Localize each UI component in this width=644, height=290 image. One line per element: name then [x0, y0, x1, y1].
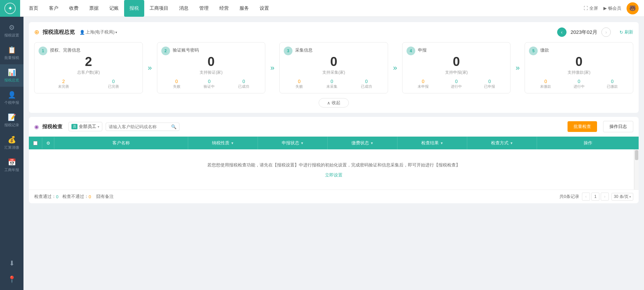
flow-steps: 1 授权、完善信息 2 总客户数(家) 2 未完善 0 已完善 [34, 42, 633, 93]
step-5-title: 缴款 [540, 47, 629, 53]
filter-icon-result: ▼ [440, 141, 443, 145]
nav-item-client[interactable]: 客户 [44, 0, 64, 17]
stat-1-0[interactable]: 2 未完善 [58, 79, 69, 89]
nav-item-operation[interactable]: 经营 [214, 0, 234, 17]
step-num-5: 5 [529, 47, 538, 55]
stat-2-1[interactable]: 0 验证中 [204, 79, 215, 89]
step-3-subtitle: 支持采集(家) [284, 70, 384, 75]
th-tax-nature[interactable]: 纳税性质 ▼ [188, 137, 258, 149]
empty-message: 若您想使用报税检查功能，请先在【报税设置】中进行报税的初始化设置，完成密码验证和… [207, 161, 460, 169]
th-checkbox[interactable] [29, 138, 42, 149]
employee-icon: 员 [71, 124, 77, 129]
th-declaration-status[interactable]: 申报状态 ▼ [258, 137, 328, 149]
step-num-1: 1 [39, 47, 47, 55]
nav-item-management[interactable]: 管理 [194, 0, 214, 17]
sidebar-item-batch-tax[interactable]: 📋 批量报税 [0, 42, 23, 64]
stat-3-1[interactable]: 0 未采集 [326, 79, 337, 89]
stat-5-1[interactable]: 0 进行中 [574, 79, 585, 89]
th-check-result[interactable]: 检查结果 ▼ [397, 137, 467, 149]
nav-item-home[interactable]: 首页 [23, 0, 44, 17]
nav-item-business[interactable]: 工商项目 [144, 0, 174, 17]
nav-item-accounting[interactable]: 记账 [104, 0, 124, 17]
step-1-number: 2 [39, 55, 139, 69]
sidebar-item-settlement[interactable]: 💰 汇算清缴 [0, 132, 23, 154]
sidebar-item-tax-settings[interactable]: ⚙ 报税设置 [0, 19, 23, 42]
table-header: ⚙ 客户名称 纳税性质 ▼ 申报状态 ▼ 缴费状态 ▼ 检查结果 ▼ [29, 137, 639, 149]
nav-item-message[interactable]: 消息 [174, 0, 194, 17]
records-icon: 📝 [8, 113, 16, 121]
next-month-btn[interactable]: › [601, 27, 611, 37]
person-icon: 👤 [79, 30, 85, 35]
stat-3-0[interactable]: 0 失败 [296, 79, 303, 89]
pass-count[interactable]: 0 [56, 194, 58, 199]
sidebar-download-btn[interactable]: ⬇ [0, 255, 23, 271]
step-3-number: 0 [284, 55, 384, 69]
total-records: 共0条记录 [559, 194, 579, 200]
th-client-name: 客户名称 [54, 137, 188, 149]
step-1-subtitle: 总客户数(家) [39, 70, 139, 75]
next-page-btn[interactable]: › [601, 193, 609, 201]
step-4-stats: 0 未申报 0 进行中 0 已申报 [407, 79, 506, 89]
gear-icon: ⚙ [46, 141, 50, 146]
nav-item-fee[interactable]: 收费 [64, 0, 84, 17]
sidebar-item-annual[interactable]: 📅 工商年报 [0, 154, 23, 176]
th-gear[interactable]: ⚙ [42, 137, 54, 149]
logo: ✦ [0, 0, 20, 17]
stat-4-0[interactable]: 0 未申报 [418, 79, 429, 89]
sidebar-item-records[interactable]: 📝 报税记录 [0, 109, 23, 132]
content-area: ⊕ 报税流程总览 👤 上海(电子税局) ▾ ‹ 2023年02月 › ↻ 刷新 [23, 17, 644, 290]
nav-item-settings[interactable]: 设置 [254, 0, 274, 17]
collapse-btn[interactable]: ∧ 收起 [319, 98, 349, 107]
fullscreen-btn[interactable]: ⛶ 全屏 [584, 5, 598, 11]
scrollbar[interactable] [634, 149, 639, 190]
stat-5-0[interactable]: 0 未缴款 [540, 79, 551, 89]
membership-btn[interactable]: ▶ 畅会员 [603, 5, 621, 11]
th-payment-status[interactable]: 缴费状态 ▼ [328, 137, 397, 149]
step-2-title: 验证账号密码 [173, 47, 261, 53]
top-nav: ✦ 首页 客户 收费 票据 记账 报税 工商项目 消息 管理 经营 服务 设置 … [0, 0, 644, 17]
collapse-icon: ∧ [327, 100, 330, 105]
sidebar-label-tax-overview: 报税总览 [4, 78, 19, 83]
search-input[interactable] [109, 124, 169, 129]
sidebar-item-personal[interactable]: 👤 个税申报 [0, 87, 23, 109]
check-header: ◉ 报税检查 员 全部员工 ▾ 🔍 批量检查 操作日志 [29, 117, 639, 137]
fail-count[interactable]: 0 [89, 194, 91, 199]
search-icon[interactable]: 🔍 [171, 124, 176, 129]
batch-check-btn[interactable]: 批量检查 [568, 121, 597, 132]
th-check-method[interactable]: 检查方式 ▼ [467, 137, 537, 149]
operation-log-btn[interactable]: 操作日志 [603, 121, 633, 132]
nav-item-invoice[interactable]: 票据 [84, 0, 104, 17]
flow-overview-card: ⊕ 报税流程总览 👤 上海(电子税局) ▾ ‹ 2023年02月 › ↻ 刷新 [29, 22, 639, 113]
stat-4-2[interactable]: 0 已申报 [484, 79, 495, 89]
sidebar-label-annual: 工商年报 [4, 167, 19, 172]
flow-arrow-3: » [388, 42, 402, 93]
sidebar-item-tax-overview[interactable]: 📊 报税总览 [0, 64, 23, 87]
refresh-btn[interactable]: ↻ 刷新 [620, 29, 633, 35]
stat-1-1[interactable]: 0 已完善 [108, 79, 119, 89]
check-title: 报税检查 [42, 124, 62, 130]
check-title-icon: ◉ [34, 124, 39, 130]
step-4-subtitle: 支持申报(家) [407, 70, 506, 75]
stat-2-2[interactable]: 0 已成功 [238, 79, 249, 89]
setup-link[interactable]: 立即设置 [325, 172, 342, 178]
flow-step-2: 2 验证账号密码 0 支持验证(家) 0 失败 0 验证中 [157, 42, 266, 93]
nav-item-tax[interactable]: 报税 [124, 0, 144, 17]
step-2-number: 0 [161, 55, 261, 69]
avatar[interactable]: 🐻 [627, 2, 639, 14]
stat-2-0[interactable]: 0 失败 [173, 79, 180, 89]
prev-month-btn[interactable]: ‹ [557, 27, 567, 37]
sidebar-label-batch-tax: 批量报税 [4, 55, 19, 60]
collapse-row: ∧ 收起 [34, 98, 633, 107]
prev-page-btn[interactable]: ‹ [582, 193, 590, 201]
stat-4-1[interactable]: 0 进行中 [451, 79, 462, 89]
location-tag[interactable]: 👤 上海(电子税局) ▾ [79, 29, 117, 35]
stat-3-2[interactable]: 0 已成功 [361, 79, 372, 89]
stat-5-2[interactable]: 0 已缴款 [607, 79, 618, 89]
sidebar-location-btn[interactable]: 📍 [0, 271, 23, 287]
flow-title-icon: ⊕ [34, 28, 39, 36]
nav-item-service[interactable]: 服务 [234, 0, 254, 17]
select-all-checkbox[interactable] [33, 141, 38, 145]
sidebar-label-personal: 个税申报 [4, 100, 19, 105]
employee-select[interactable]: 员 全部员工 ▾ [68, 122, 102, 131]
per-page-select[interactable]: 30 条/页 ▾ [611, 193, 633, 201]
